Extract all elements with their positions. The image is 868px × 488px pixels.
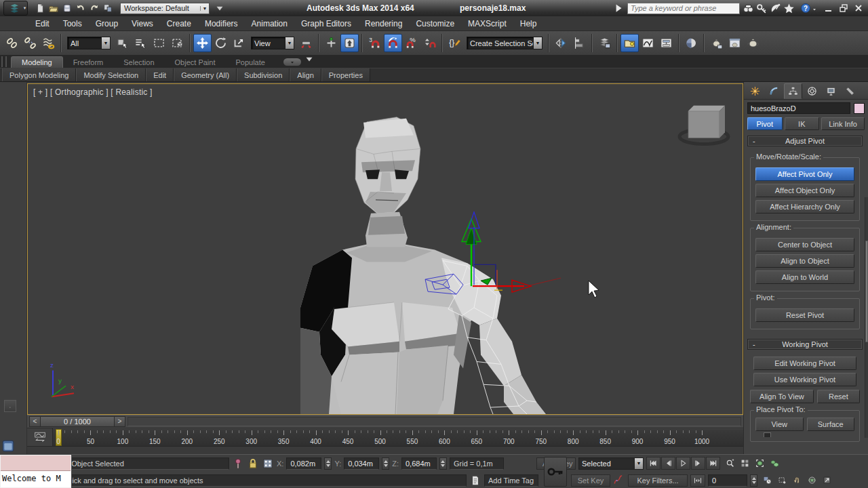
layer-manager-button[interactable]	[595, 34, 614, 52]
toggle-ribbon-button[interactable]	[620, 34, 639, 52]
ribbon-tab-selection[interactable]: Selection	[113, 57, 164, 68]
workspace-dropdown[interactable]: Workspace: Default▼	[120, 3, 210, 14]
binoculars-button[interactable]	[743, 3, 754, 14]
align-to-object-button[interactable]: Align to Object	[755, 254, 854, 268]
select-and-manipulate-button[interactable]	[322, 34, 340, 52]
curve-editor-button[interactable]	[639, 34, 657, 52]
favorites-star-button[interactable]	[783, 3, 795, 14]
mirror-button[interactable]	[552, 34, 570, 52]
command-panel-tab-modify[interactable]	[765, 83, 783, 99]
lock-button[interactable]	[247, 458, 259, 470]
minimized-window-icon[interactable]	[2, 440, 14, 452]
z-coordinate-field[interactable]: 0,684m	[401, 458, 437, 470]
object-name-field[interactable]	[747, 102, 850, 114]
ribbon-panel-subdivision[interactable]: Subdivision	[237, 68, 290, 81]
open-file-button[interactable]	[47, 2, 60, 14]
ribbon-options-dropdown-icon[interactable]	[303, 53, 315, 65]
ribbon-panel-polygon-modeling[interactable]: Polygon Modeling	[2, 68, 76, 81]
ribbon-grip[interactable]	[1, 56, 7, 67]
render-production-button[interactable]	[744, 34, 762, 52]
ribbon-tab-modeling[interactable]: Modeling	[11, 56, 63, 68]
adjust-pivot-header[interactable]: - Adjust Pivot	[747, 136, 863, 146]
minimize-button[interactable]	[823, 2, 835, 14]
snaps-toggle-3d-button[interactable]: 3	[366, 34, 384, 52]
infocenter-expand-icon[interactable]	[612, 2, 625, 14]
window-crossing-toggle-button[interactable]	[168, 34, 186, 52]
use-working-pivot-button[interactable]: Use Working Pivot	[753, 373, 857, 386]
maximize-viewport-button[interactable]	[820, 474, 834, 487]
ribbon-tab-freeform[interactable]: Freeform	[63, 57, 114, 68]
search-input[interactable]	[631, 4, 736, 12]
pin-button[interactable]	[232, 458, 244, 470]
viewport-label[interactable]: [ + ] [ Orthographic ] [ Realistic ]	[33, 87, 153, 97]
set-key-filters-curve-icon[interactable]	[613, 474, 625, 487]
reference-coordinate-dropdown[interactable]: View▼	[251, 37, 294, 49]
ribbon-minimize-pill[interactable]	[283, 58, 301, 66]
edit-named-selection-sets-button[interactable]: {}	[446, 34, 464, 52]
menu-item-views[interactable]: Views	[125, 16, 160, 30]
time-configuration-button[interactable]	[760, 474, 774, 487]
key-selection-dropdown[interactable]: Selected▼	[578, 458, 644, 470]
select-and-move-button[interactable]	[193, 34, 212, 52]
go-to-start-button[interactable]	[646, 457, 660, 470]
working-pivot-reset-button[interactable]: Reset	[817, 390, 860, 403]
ik-tab-button[interactable]: IK	[785, 117, 820, 130]
use-pivot-point-center-button[interactable]	[297, 34, 315, 52]
workspace-switcher-button[interactable]	[102, 2, 114, 14]
welcome-window-titlebar[interactable]	[1, 455, 71, 471]
object-color-swatch[interactable]	[854, 103, 865, 114]
x-spinner[interactable]	[324, 458, 332, 470]
y-coordinate-field[interactable]: 0,034m	[344, 458, 379, 470]
material-editor-button[interactable]	[682, 34, 701, 52]
align-to-view-button[interactable]: Align To View	[750, 390, 814, 403]
command-panel-tab-create[interactable]	[746, 83, 764, 99]
affect-object-only-button[interactable]: Affect Object Only	[755, 184, 854, 197]
command-panel-tab-display[interactable]	[822, 83, 840, 99]
zoom-extents-all-button[interactable]	[768, 457, 782, 470]
set-key-button[interactable]: Set Key	[571, 474, 610, 487]
percent-snap-button[interactable]: %	[402, 34, 420, 52]
ribbon-panel-modify-selection[interactable]: Modify Selection	[76, 68, 146, 81]
workspace-extra-dropdown-icon[interactable]	[214, 2, 226, 14]
affect-hierarchy-only-button[interactable]: Affect Hierarchy Only	[755, 200, 854, 214]
set-keys-button[interactable]	[544, 457, 567, 487]
bind-to-space-warp-button[interactable]	[39, 34, 58, 52]
zoom-extents-button[interactable]	[753, 457, 767, 470]
welcome-window[interactable]: Welcome to M	[0, 455, 71, 488]
ribbon-panel-align[interactable]: Align	[290, 68, 321, 81]
align-to-view-checkbox[interactable]	[764, 432, 771, 437]
close-button[interactable]	[852, 2, 865, 14]
new-file-button[interactable]	[34, 2, 46, 14]
ribbon-panel-edit[interactable]: Edit	[146, 68, 174, 81]
frame-spinner[interactable]	[750, 474, 757, 487]
save-file-button[interactable]	[61, 2, 73, 14]
keyboard-shortcut-override-button[interactable]	[340, 34, 359, 52]
angle-snap-button[interactable]	[384, 34, 402, 52]
menu-item-edit[interactable]: Edit	[28, 16, 56, 30]
command-panel-tab-utilities[interactable]	[841, 83, 859, 99]
y-spinner[interactable]	[382, 458, 389, 470]
communication-center-button[interactable]	[770, 3, 781, 14]
ribbon-tab-populate[interactable]: Populate	[225, 57, 275, 68]
reset-pivot-button[interactable]: Reset Pivot	[755, 308, 854, 322]
command-panel-scrollbar[interactable]	[865, 197, 868, 438]
render-setup-button[interactable]	[707, 34, 726, 52]
pivot-tab-button[interactable]: Pivot	[747, 117, 783, 130]
menu-item-maxscript[interactable]: MAXScript	[461, 16, 513, 30]
open-mini-curve-editor-button[interactable]	[27, 428, 53, 446]
help-icon[interactable]: ?	[800, 3, 811, 14]
select-object-button[interactable]	[113, 34, 132, 52]
zoom-button[interactable]	[723, 457, 737, 470]
trackbar-expand-button[interactable]	[4, 400, 16, 412]
center-to-object-button[interactable]: Center to Object	[755, 238, 854, 251]
restore-button[interactable]	[837, 2, 850, 14]
x-coordinate-field[interactable]: 0,082m	[286, 458, 321, 470]
schematic-view-button[interactable]	[657, 34, 675, 52]
z-spinner[interactable]	[439, 458, 447, 470]
3dsmax-logo-button[interactable]: ▾	[3, 1, 28, 16]
named-selection-sets-dropdown[interactable]: Create Selection Set▼	[467, 37, 542, 49]
place-pivot-view-button[interactable]: View	[755, 418, 804, 431]
pan-hand-button[interactable]	[790, 474, 804, 487]
play-button[interactable]	[676, 457, 690, 470]
menu-item-create[interactable]: Create	[160, 16, 198, 30]
